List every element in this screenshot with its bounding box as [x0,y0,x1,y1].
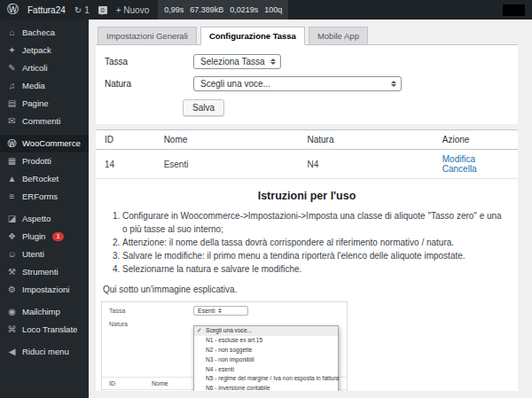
admin-sidebar: ⌂ Bacheca ✦ Jetpack ✎ Articoli ♫ Media ▤… [0,20,89,398]
select-arrows-icon [391,81,396,87]
sidebar-item-articoli[interactable]: ✎ Articoli [0,59,89,77]
sidebar-item-erforms[interactable]: ≡ ERForms [0,188,89,206]
sidebar-item-bacheca[interactable]: ⌂ Bacheca [0,24,89,42]
dropdown-option: N5 - regime del margine / Iva non espost… [194,374,338,384]
select-arrows-icon [218,308,222,313]
example-header-nome: Nome [152,380,168,386]
sidebar-item-woocommerce[interactable]: Ⓦ WooCommerce [0,135,89,152]
qm-memory: 67.389kB [190,5,223,14]
natura-row: Natura Scegli una voce... [105,76,509,91]
sidebar-item-utenti[interactable]: ☺ Utenti [0,246,89,263]
media-icon: ♫ [7,81,17,91]
cell-natura: N4 [298,150,433,179]
cell-azione: Modifica Cancella [434,150,518,179]
sidebar-item-commenti[interactable]: ✉ Commenti [0,113,89,130]
sidebar-item-mailchimp[interactable]: ◉ Mailchimp [0,303,89,321]
sidebar-item-label: Loco Translate [22,324,77,335]
qm-time: 0,99s [164,5,184,14]
comments-icon: 0 [98,6,107,14]
example-natura-label: Natura [109,321,193,327]
plugin-update-badge: 1 [52,232,63,241]
instruction-step: Attenzione: il nome della tassa dovrà co… [122,236,505,249]
qm-query-time: 0,0219s [230,5,258,14]
sidebar-item-jetpack[interactable]: ✦ Jetpack [0,42,89,59]
example-tassa-value: Esenti [198,308,215,314]
updates-indicator[interactable]: ↻ 1 [74,5,90,15]
mailchimp-icon: ◉ [7,307,17,317]
sidebar-item-aspetto[interactable]: ◪ Aspetto [0,210,89,228]
admin-bar: Ⓦ Fattura24 ↻ 1 0 + Nuovo 0,99s 67.389kB… [0,0,532,20]
loco-translate-icon: ⌘ [7,324,17,335]
qm-query-count: 100q [264,5,282,14]
header-nome: Nome [155,130,299,150]
sidebar-item-label: Plugin [22,231,45,242]
table-header-row: ID Nome Natura Azione [96,130,518,150]
redacted-user-area [503,4,525,16]
updates-count: 1 [84,5,90,15]
comments-icon: ✉ [7,116,17,127]
sidebar-item-label: WooCommerce [22,138,81,149]
tassa-select[interactable]: Seleziona Tassa [193,54,281,69]
sidebar-item-label: Utenti [22,249,44,260]
select-arrows-icon [270,59,276,65]
sidebar-item-strumenti[interactable]: ⚒ Strumenti [0,263,89,281]
sidebar-item-label: Media [22,81,45,91]
tax-list-section: ID Nome Natura Azione 14 Esenti N4 Modif… [96,129,518,391]
example-caption: Qui sotto un'immagine esplicativa. [103,285,518,294]
sidebar-item-label: BeRocket [22,174,59,184]
instructions-title: Istruzioni per l'uso [96,190,518,202]
instruction-step: Configurare in Woocommerce->Impostazioni… [122,209,505,236]
sidebar-item-label: Prodotti [22,156,51,167]
sidebar-item-media[interactable]: ♫ Media [0,77,89,95]
sidebar-item-label: Impostazioni [22,285,69,295]
main-content: Impostazioni Generali Configurazione Tas… [89,20,532,398]
save-button[interactable]: Salva [183,99,224,116]
sidebar-item-prodotti[interactable]: ▦ Prodotti [0,152,89,170]
site-name-link[interactable]: Fattura24 [27,5,66,15]
dropdown-option: N2 - non soggette [194,346,338,355]
header-natura: Natura [298,130,433,150]
wordpress-logo-icon[interactable]: Ⓦ [7,2,19,18]
tools-icon: ⚒ [7,267,17,277]
settings-icon: ⚙ [7,285,17,295]
instruction-step: Salvare le modifiche: il primo menu a te… [122,249,505,262]
users-icon: ☺ [7,249,17,260]
example-tassa-label: Tassa [109,308,193,314]
example-natura-dropdown: ✓ Scegli una voce... N1 - escluse ex art… [193,325,339,391]
tassa-row: Tassa Seleziona Tassa [105,54,509,69]
tab-impostazioni-generali[interactable]: Impostazioni Generali [98,27,197,45]
plugins-icon: ❖ [7,231,17,242]
tab-mobile-app[interactable]: Mobile App [309,27,368,45]
header-id: ID [96,130,155,150]
tab-configurazione-tassa[interactable]: Configurazione Tassa [200,27,305,45]
sidebar-item-impostazioni[interactable]: ⚙ Impostazioni [0,281,89,299]
comments-indicator[interactable]: 0 [98,6,107,14]
collapse-menu-button[interactable]: ◀ Riduci menu [0,343,89,361]
cancella-link[interactable]: Cancella [442,164,477,174]
instructions-list: Configurare in Woocommerce->Impostazioni… [108,209,505,276]
posts-icon: ✎ [7,63,17,74]
sidebar-item-plugin[interactable]: ❖ Plugin 1 [0,228,89,246]
sidebar-item-loco-translate[interactable]: ⌘ Loco Translate [0,321,89,339]
new-content-button[interactable]: + Nuovo [116,5,150,15]
sidebar-item-label: Commenti [22,116,60,127]
settings-tabs: Impostazioni Generali Configurazione Tas… [96,27,518,45]
query-monitor-badge[interactable]: 0,99s 67.389kB 0,0219s 100q [158,0,288,20]
tax-config-form: Tassa Seleziona Tassa Natura Scegli una … [96,45,518,124]
sidebar-item-label: Mailchimp [22,307,60,317]
check-icon: ✓ [197,327,202,335]
example-header-id: ID [109,380,152,386]
woocommerce-icon: Ⓦ [7,138,17,149]
natura-select-value: Scegli una voce... [200,79,386,89]
header-azione: Azione [434,130,518,150]
modifica-link[interactable]: Modifica [442,154,475,164]
natura-label: Natura [105,79,193,89]
collapse-icon: ◀ [7,347,17,357]
sidebar-item-label: ERForms [22,191,58,202]
cell-nome: Esenti [155,150,299,179]
sidebar-item-berocket[interactable]: ▲ BeRocket [0,170,89,188]
sidebar-item-pagine[interactable]: ▤ Pagine [0,95,89,113]
dashboard-icon: ⌂ [7,27,17,38]
natura-select[interactable]: Scegli una voce... [193,76,402,91]
berocket-icon: ▲ [7,174,17,184]
